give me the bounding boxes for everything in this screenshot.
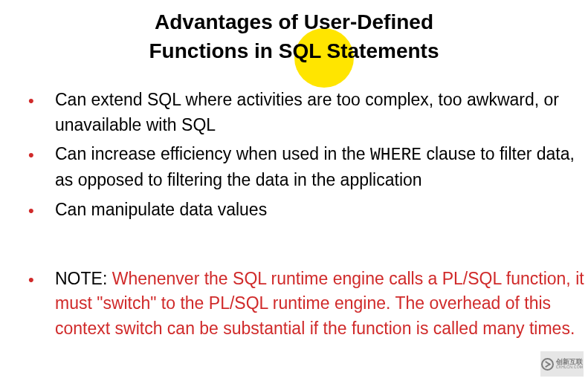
code-span: WHERE — [370, 146, 421, 165]
note-label: NOTE: — [55, 269, 112, 288]
bullet-text: Can extend SQL where activities are too … — [55, 90, 559, 134]
spacer — [28, 227, 588, 262]
slide-title: Advantages of User-Defined Functions in … — [0, 7, 588, 65]
bullet-item: Can manipulate data values — [28, 198, 588, 222]
title-line-2: Functions in SQL Statements — [149, 39, 439, 62]
slide: Advantages of User-Defined Functions in … — [0, 0, 588, 381]
title-container: Advantages of User-Defined Functions in … — [0, 7, 588, 65]
watermark-text: 创新互联 CXHLCN.COM — [556, 359, 584, 369]
watermark: 创新互联 CXHLCN.COM — [540, 351, 584, 377]
title-line-1: Advantages of User-Defined — [155, 10, 433, 33]
bullet-text: Can manipulate data values — [55, 200, 267, 219]
bullet-text-pre: Can increase efficiency when used in the — [55, 144, 370, 163]
bullet-item: Can increase efficiency when used in the… — [28, 142, 588, 193]
note-item: NOTE: Whenenver the SQL runtime engine c… — [28, 267, 588, 341]
note-text: Whenenver the SQL runtime engine calls a… — [55, 269, 584, 338]
bullet-list: Can extend SQL where activities are too … — [0, 88, 588, 341]
watermark-line2: CXHLCN.COM — [556, 365, 584, 369]
bullet-item: Can extend SQL where activities are too … — [28, 88, 588, 137]
watermark-icon — [541, 358, 554, 371]
